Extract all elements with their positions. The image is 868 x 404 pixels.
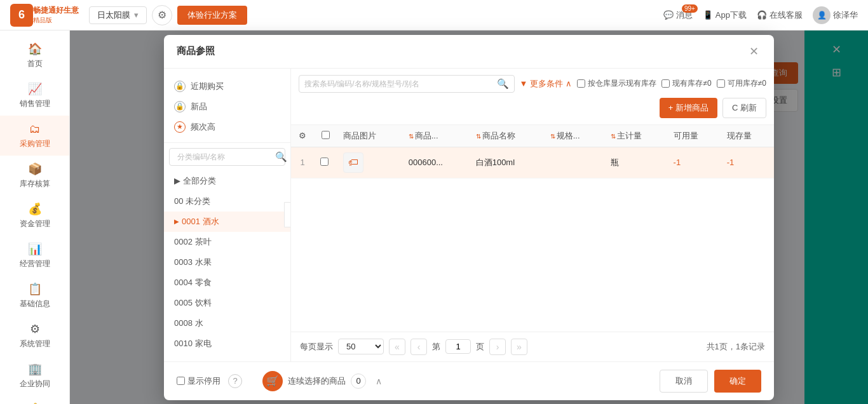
confirm-button[interactable]: 确定 [714, 370, 761, 393]
sidebar-item-operation[interactable]: 📊 经营管理 [0, 236, 69, 276]
category-appliances[interactable]: 0010 家电 [164, 333, 290, 354]
app-download-item[interactable]: 📱 App下载 [703, 10, 747, 21]
category-arrow-icon: ▶ [174, 218, 179, 225]
sidebar-item-sales[interactable]: 📈 销售管理 [0, 76, 69, 116]
th-image: 商品图片 [337, 125, 402, 147]
check-by-warehouse[interactable]: 按仓库显示现有库存 [577, 78, 656, 89]
operation-icon: 📊 [28, 242, 42, 256]
product-search-box[interactable]: 🔍 [299, 75, 515, 93]
category-liquor[interactable]: ▶ 0001 酒水 [164, 212, 290, 232]
sidebar-item-purchase[interactable]: 🗂 采购管理 [0, 116, 69, 156]
sidebar-item-system[interactable]: ⚙ 系统管理 [0, 316, 69, 356]
row-available: -1 [667, 147, 721, 178]
navbar-right: 💬 消息 99+ 📱 App下载 🎧 在线客服 👤 徐泽华 [663, 6, 858, 24]
online-service-item[interactable]: 🎧 在线客服 [757, 10, 803, 21]
sidebar-item-home[interactable]: 🏠 首页 [0, 36, 69, 76]
help-icon[interactable]: ? [228, 374, 242, 388]
inventory-icon: 📦 [28, 162, 42, 176]
th-available[interactable]: 可用量 [667, 125, 721, 147]
sidebar-item-finance[interactable]: 💰 资金管理 [0, 196, 69, 236]
sidebar-item-guide[interactable]: 🔔 新手引导 [0, 396, 69, 404]
message-icon: 💬 [663, 10, 674, 20]
message-item[interactable]: 💬 消息 99+ [663, 10, 693, 21]
logo-icon: 6 [10, 4, 33, 27]
cart-label: 连续选择的商品 [288, 375, 346, 387]
th-settings[interactable]: ⚙ [291, 125, 314, 147]
check-usable-stock-input[interactable] [717, 79, 725, 88]
category-expand-icon: ▶ [174, 176, 180, 185]
row-image: 🏷 [337, 147, 402, 178]
next-page-button[interactable]: › [489, 339, 506, 355]
user-item[interactable]: 👤 徐泽华 [813, 6, 858, 24]
page-size-select[interactable]: 50 100 200 [338, 339, 384, 354]
product-search-input[interactable] [304, 79, 494, 88]
check-available-stock[interactable]: 现有库存≠0 [661, 78, 711, 89]
sidebar-item-basics[interactable]: 📋 基础信息 [0, 276, 69, 316]
modal-overlay: 商品参照 ✕ 🔒 近期购买 🔒 [70, 30, 868, 404]
th-unit[interactable]: ⇅主计量 [604, 125, 667, 147]
th-spec[interactable]: ⇅规格... [544, 125, 604, 147]
category-unclassified[interactable]: 00 未分类 [164, 191, 290, 212]
show-disabled-label[interactable]: 显示停用 [177, 375, 220, 387]
row-checkbox[interactable] [314, 147, 337, 178]
quick-filter-new[interactable]: 🔒 新品 [164, 97, 290, 117]
category-fruit[interactable]: 0003 水果 [164, 252, 290, 273]
category-tea[interactable]: 0002 茶叶 [164, 232, 290, 252]
product-table-wrap: ⚙ 商品图片 ⇅商品... ⇅商品名称 ⇅规格... ⇅主计量 可用量 现存量 [291, 125, 774, 332]
chevron-down-icon: ▾ [134, 10, 139, 20]
th-code[interactable]: ⇅商品... [402, 125, 470, 147]
trial-button[interactable]: 体验行业方案 [177, 6, 247, 25]
table-row[interactable]: 1 🏷 000600... 白酒100ml [291, 147, 774, 178]
category-snack[interactable]: 0004 零食 [164, 273, 290, 293]
cancel-button[interactable]: 取消 [660, 370, 708, 393]
row-name: 白酒100ml [470, 147, 544, 178]
download-icon: 📱 [703, 10, 713, 20]
settings-icon[interactable]: ⚙ [152, 5, 172, 25]
th-name[interactable]: ⇅商品名称 [470, 125, 544, 147]
category-list: ▶ 全部分类 00 未分类 ▶ 0001 酒水 0002 茶 [164, 168, 290, 356]
product-search-icon[interactable]: 🔍 [497, 78, 509, 90]
show-disabled-checkbox[interactable] [177, 377, 185, 385]
store-selector[interactable]: 日太阳膜 ▾ [89, 6, 147, 24]
page-size-label: 每页显示 [300, 341, 333, 353]
refresh-button[interactable]: C 刷新 [722, 98, 766, 118]
category-search-icon[interactable]: 🔍 [275, 151, 287, 163]
pagination-info: 共1页，1条记录 [707, 341, 765, 353]
prev-page-button[interactable]: ‹ [410, 339, 427, 355]
row-select-checkbox[interactable] [320, 158, 329, 166]
category-all[interactable]: ▶ 全部分类 [164, 171, 290, 191]
check-available-stock-input[interactable] [661, 79, 670, 88]
modal-footer: 显示停用 ? 🛒 连续选择的商品 0 ∧ 取消 确定 [164, 361, 774, 400]
message-badge: 99+ [682, 4, 698, 13]
basics-icon: 📋 [28, 282, 42, 296]
sidebar-item-enterprise[interactable]: 🏢 企业协同 [0, 356, 69, 396]
collapse-left-panel-button[interactable]: 《 [284, 202, 291, 227]
category-water[interactable]: 0008 水 [164, 313, 290, 333]
select-all-checkbox[interactable] [322, 131, 330, 139]
category-drinks[interactable]: 0005 饮料 [164, 293, 290, 313]
navbar: 6 畅捷通好生意 精品版 日太阳膜 ▾ ⚙ 体验行业方案 💬 消息 99+ 📱 … [0, 0, 868, 30]
quick-filter-recent[interactable]: 🔒 近期购买 [164, 76, 290, 97]
more-filter-button[interactable]: ▼ 更多条件 ∧ [520, 78, 573, 90]
page-suffix: 页 [476, 341, 484, 353]
first-page-button[interactable]: « [389, 339, 405, 355]
quick-filter-frequent[interactable]: ★ 频次高 [164, 117, 290, 137]
check-by-warehouse-input[interactable] [577, 79, 585, 88]
page-number-input[interactable] [445, 339, 471, 354]
purchase-icon: 🗂 [28, 122, 42, 136]
modal-close-button[interactable]: ✕ [746, 44, 761, 59]
filter-conditions: 按仓库显示现有库存 现有库存≠0 可用库存≠0 [577, 78, 766, 89]
sidebar-item-inventory[interactable]: 📦 库存核算 [0, 156, 69, 196]
row-code: 000600... [402, 147, 470, 178]
category-search-box[interactable]: 🔍 [169, 148, 285, 166]
th-checkbox[interactable] [314, 125, 337, 147]
system-icon: ⚙ [28, 322, 42, 336]
new-product-button[interactable]: + 新增商品 [660, 98, 717, 118]
cart-collapse-button[interactable]: ∧ [371, 374, 386, 389]
row-stock: -1 [721, 147, 774, 178]
last-page-button[interactable]: » [511, 339, 527, 355]
check-usable-stock[interactable]: 可用库存≠0 [717, 78, 766, 89]
page-label: 第 [432, 341, 440, 353]
enterprise-icon: 🏢 [28, 362, 42, 376]
category-search-input[interactable] [177, 152, 273, 161]
